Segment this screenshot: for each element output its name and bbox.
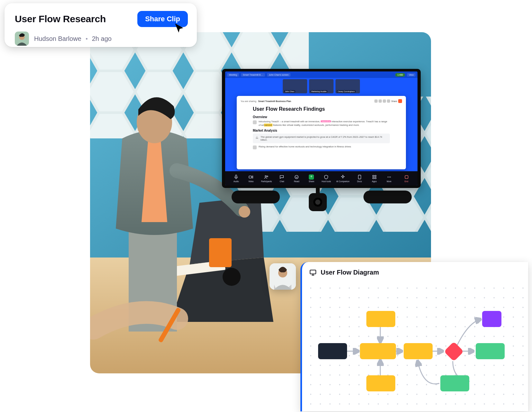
toolbar-ai[interactable]: AI Companion [336,174,349,183]
meeting-chip[interactable]: Meeting [227,73,239,77]
author-name: Hudson Barlowe [34,35,81,42]
svg-rect-31 [310,270,316,274]
svg-rect-23 [372,177,374,179]
doc-overview-text: Introducing TreadX – a smart treadmill w… [259,120,390,127]
svg-rect-21 [372,175,374,176]
clip-card: User Flow Research Share Clip Hudson Bar… [5,3,197,47]
diagram-node-start[interactable] [318,343,347,359]
doc-callout: The global smart gym equipment market is… [253,134,390,143]
close-icon[interactable] [398,99,402,103]
toolbar-apps[interactable]: Apps [370,174,379,183]
svg-point-18 [267,176,268,177]
doc-breadcrumb: Smart Treadmill Business Plan [258,100,291,102]
toolbar-audio[interactable]: Audio [231,174,241,183]
author-chip-icon [253,145,257,149]
svg-point-25 [387,176,388,177]
diagram-canvas[interactable] [302,281,528,411]
separator-dot [86,38,87,40]
diagram-node-purple[interactable] [482,311,501,327]
tab-screen[interactable]: John Chan's screen [267,73,291,77]
sharing-label: You are sharing [241,100,256,102]
doc-share-button[interactable]: Share [391,100,397,102]
toolbar-share[interactable]: Share [307,174,316,183]
svg-point-19 [295,175,298,179]
doc-h1: User Flow Research Findings [253,106,390,112]
clip-title: User Flow Research [15,14,106,24]
author-chip-icon [253,120,257,124]
view-toggle[interactable]: View [407,73,416,77]
diagram-node-y-mid[interactable] [360,343,396,359]
toolbar-docs[interactable]: Docs [355,174,364,183]
meeting-topbar: Meeting Smart Treadmill B… John Chan's s… [225,71,417,78]
collaborator-avatar [374,99,378,103]
self-view-thumbnail[interactable] [270,263,296,290]
clip-age: 2h ago [92,35,112,42]
shared-document: You are sharing Smart Treadmill Business… [237,96,406,169]
collaborator-avatar [383,99,386,103]
doc-overview-heading: Overview [253,115,390,119]
toolbar-more[interactable]: More [384,174,394,183]
svg-rect-20 [358,175,361,179]
toolbar-chat[interactable]: Chat [277,174,287,183]
participant-count[interactable]: 1:400 [395,73,405,77]
diagram-node-y-right[interactable] [404,343,433,359]
diagram-panel: User Flow Diagram [300,262,528,411]
svg-rect-28 [405,175,408,178]
toolbar-host[interactable]: Host tools [321,174,331,183]
wall-display: Meeting Smart Treadmill B… John Chan's s… [222,69,421,188]
diagram-node-g-top[interactable] [476,343,505,359]
toolbar-react[interactable]: React [292,174,301,183]
tab-doc[interactable]: Smart Treadmill B… [241,73,265,77]
collaborator-avatar [387,99,390,103]
diagram-node-g-bot[interactable] [440,375,469,391]
toolbar-video[interactable]: Video [246,174,256,183]
diagram-node-y-top[interactable] [366,311,395,327]
video-thumbnails: John Chan Marketing Huddle Casey Cunning… [283,79,360,93]
svg-rect-22 [375,175,376,176]
whiteboard-icon [309,268,317,276]
cursor-icon [174,23,185,33]
video-thumb[interactable]: Marketing Huddle [309,79,334,93]
svg-point-12 [239,206,250,218]
diagram-node-y-bot[interactable] [366,375,395,391]
doc-market-heading: Market Analysis [253,129,390,132]
chart-icon [255,136,259,139]
toolbar-end[interactable]: End [402,174,411,183]
svg-point-9 [223,268,241,286]
soundbar-icon [232,191,280,203]
soundbar-icon [363,191,412,203]
svg-point-17 [265,175,266,177]
video-thumb[interactable]: Casey Cunningham [335,79,360,93]
doc-market-text: Rising demand for effective home workout… [259,145,351,149]
video-thumb[interactable]: John Chan [283,79,307,93]
toolbar-participants[interactable]: Participants [261,174,272,183]
svg-rect-24 [375,177,376,179]
author-avatar [15,32,29,46]
svg-rect-8 [209,238,232,267]
svg-point-26 [389,176,389,177]
room-camera-icon [309,193,327,211]
collaborator-avatar [379,99,382,103]
svg-point-27 [390,176,390,177]
diagram-title: User Flow Diagram [321,269,379,276]
meeting-toolbar: Audio Video Participants Chat React Shar… [225,171,417,185]
svg-rect-16 [249,176,252,178]
